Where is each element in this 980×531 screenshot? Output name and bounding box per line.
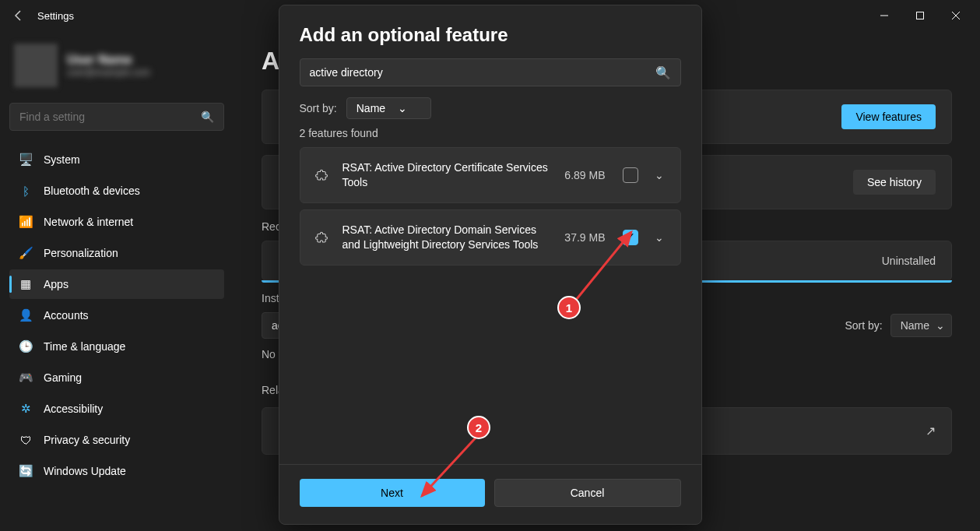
search-icon[interactable]: 🔍 bbox=[655, 65, 671, 80]
feature-row[interactable]: RSAT: Active Directory Domain Services a… bbox=[300, 209, 681, 266]
extension-icon bbox=[313, 168, 330, 182]
feature-checkbox[interactable] bbox=[623, 167, 638, 183]
chevron-down-icon: ⌄ bbox=[398, 102, 407, 114]
feature-search[interactable]: 🔍 bbox=[300, 58, 681, 86]
expand-button[interactable]: ⌄ bbox=[651, 231, 668, 244]
dialog-footer: Next Cancel bbox=[279, 464, 701, 524]
feature-checkbox[interactable]: ✓ bbox=[623, 230, 638, 245]
feature-name: RSAT: Active Directory Certificate Servi… bbox=[342, 160, 553, 190]
dialog-sort-label: Sort by: bbox=[300, 102, 337, 114]
expand-button[interactable]: ⌄ bbox=[651, 169, 668, 181]
cancel-button[interactable]: Cancel bbox=[494, 479, 681, 507]
dialog-title: Add an optional feature bbox=[300, 24, 681, 46]
feature-search-input[interactable] bbox=[310, 66, 655, 79]
features-found-text: 2 features found bbox=[300, 127, 681, 139]
feature-size: 6.89 MB bbox=[564, 169, 605, 181]
dialog-sort-value: Name bbox=[357, 102, 385, 114]
feature-name: RSAT: Active Directory Domain Services a… bbox=[342, 223, 553, 252]
feature-row[interactable]: RSAT: Active Directory Certificate Servi… bbox=[300, 147, 681, 203]
next-button[interactable]: Next bbox=[300, 479, 485, 507]
dialog-sort-select[interactable]: Name ⌄ bbox=[346, 97, 431, 119]
feature-size: 37.9 MB bbox=[564, 231, 605, 244]
extension-icon bbox=[313, 230, 330, 244]
add-feature-dialog: Add an optional feature 🔍 Sort by: Name … bbox=[279, 5, 702, 525]
dialog-overlay: Add an optional feature 🔍 Sort by: Name … bbox=[0, 0, 980, 531]
